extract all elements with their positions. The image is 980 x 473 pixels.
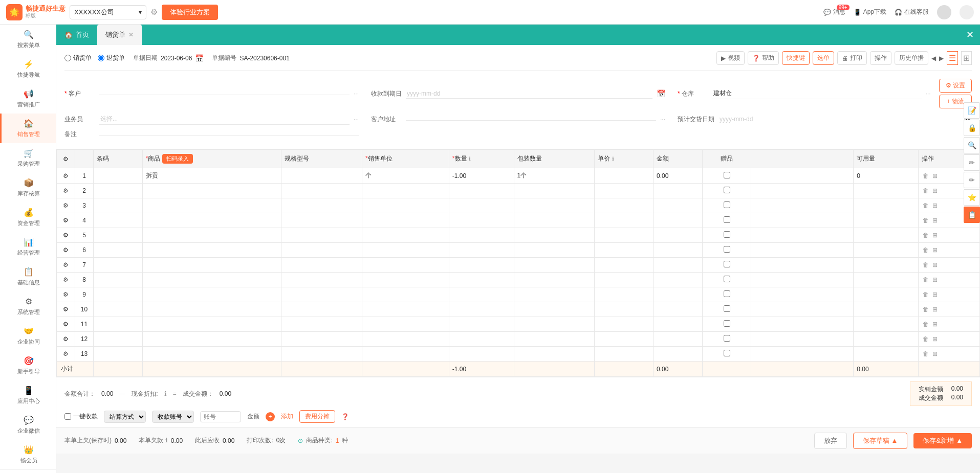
sidebar-item-member[interactable]: 👑 畅会员 — [0, 440, 56, 469]
delete-icon[interactable]: 🗑 — [923, 232, 929, 239]
row-product[interactable] — [142, 332, 281, 347]
row-amount[interactable] — [654, 317, 703, 332]
row-unit[interactable] — [362, 347, 449, 362]
delete-icon[interactable]: 🗑 — [923, 321, 929, 328]
row-barcode[interactable] — [94, 228, 143, 243]
row-gift[interactable] — [702, 228, 751, 243]
prev-icon[interactable]: ◀ — [931, 55, 936, 62]
tab-sales-order[interactable]: 销货单 ✕ — [97, 25, 142, 45]
row-settings-icon[interactable]: ⚙ — [57, 168, 75, 184]
row-settings-icon[interactable]: ⚙ — [57, 317, 75, 332]
row-gift[interactable] — [702, 287, 751, 302]
row-spec[interactable] — [281, 168, 362, 184]
account-number-input[interactable] — [200, 411, 241, 422]
delete-icon[interactable]: 🗑 — [923, 172, 929, 179]
row-settings-icon[interactable]: ⚙ — [57, 228, 75, 243]
float-btn-6[interactable]: ⭐ — [964, 189, 980, 206]
tab-home[interactable]: 🏠 首页 — [56, 25, 97, 45]
expense-split-button[interactable]: 费用分摊 — [299, 410, 335, 423]
row-pkgqty[interactable] — [514, 213, 595, 228]
row-qty[interactable] — [449, 317, 514, 332]
row-spec[interactable] — [281, 243, 362, 258]
row-barcode[interactable] — [94, 287, 143, 302]
row-pkgqty[interactable] — [514, 332, 595, 347]
row-pkgqty[interactable] — [514, 317, 595, 332]
add-button[interactable]: + — [266, 412, 275, 421]
row-product[interactable] — [142, 287, 281, 302]
copy-icon[interactable]: ⊞ — [932, 350, 938, 357]
float-btn-4[interactable]: ✏ — [964, 154, 980, 171]
row-amount[interactable] — [654, 243, 703, 258]
row-barcode[interactable] — [94, 198, 143, 213]
sidebar-item-search[interactable]: 🔍 搜索菜单 — [0, 25, 56, 54]
copy-icon[interactable]: ⊞ — [932, 246, 938, 254]
row-product[interactable] — [142, 213, 281, 228]
row-barcode[interactable] — [94, 317, 143, 332]
row-barcode[interactable] — [94, 332, 143, 347]
row-product[interactable] — [142, 184, 281, 198]
sales-order-radio[interactable]: 销货单 — [64, 54, 92, 62]
copy-icon[interactable]: ⊞ — [932, 217, 938, 224]
row-pkgqty[interactable] — [514, 198, 595, 213]
row-gift[interactable] — [702, 198, 751, 213]
row-amount[interactable] — [654, 258, 703, 273]
app-download-item[interactable]: 📱 App下载 — [854, 8, 886, 16]
save-draft-button[interactable]: 保存草稿 ▲ — [853, 433, 908, 449]
row-unit[interactable]: 个 — [362, 168, 449, 184]
row-spec[interactable] — [281, 347, 362, 362]
row-qty[interactable] — [449, 302, 514, 317]
row-qty[interactable] — [449, 213, 514, 228]
help-btn[interactable]: ❓ 帮助 — [748, 51, 779, 65]
row-product[interactable] — [142, 243, 281, 258]
sidebar-item-wechat[interactable]: 💬 企业微信 — [0, 410, 56, 440]
sidebar-item-sales[interactable]: 🏠 销售管理 — [0, 114, 56, 143]
row-spec[interactable] — [281, 287, 362, 302]
warehouse-dots[interactable]: ··· — [926, 90, 931, 97]
row-spec[interactable] — [281, 213, 362, 228]
float-btn-5[interactable]: ✏ — [964, 172, 980, 188]
row-price[interactable] — [595, 258, 654, 273]
copy-icon[interactable]: ⊞ — [932, 335, 938, 343]
row-pkgqty[interactable] — [514, 287, 595, 302]
row-amount[interactable] — [654, 228, 703, 243]
row-qty[interactable] — [449, 184, 514, 198]
row-unit[interactable] — [362, 317, 449, 332]
copy-icon[interactable]: ⊞ — [932, 172, 938, 179]
sidebar-item-system[interactable]: ⚙ 系统管理 — [0, 291, 56, 321]
float-btn-2[interactable]: 🔒 — [964, 120, 980, 136]
close-icon[interactable]: ✕ — [966, 29, 974, 40]
row-qty[interactable]: -1.00 — [449, 168, 514, 184]
sidebar-item-app-center[interactable]: 📱 应用中心 — [0, 380, 56, 410]
row-pkgqty[interactable] — [514, 258, 595, 273]
row-price[interactable] — [595, 347, 654, 362]
avatar[interactable] — [937, 5, 951, 19]
sidebar-item-base[interactable]: 📋 基础信息 — [0, 262, 56, 291]
row-qty[interactable] — [449, 243, 514, 258]
due-date-calendar-icon[interactable]: 📅 — [657, 89, 665, 98]
date-calendar-icon[interactable]: 📅 — [195, 54, 204, 62]
row-settings-icon[interactable]: ⚙ — [57, 347, 75, 362]
row-spec[interactable] — [281, 258, 362, 273]
row-price[interactable] — [595, 243, 654, 258]
company-selector[interactable]: XXXXXX公司 ▾ — [70, 5, 146, 19]
row-pkgqty[interactable] — [514, 347, 595, 362]
delete-icon[interactable]: 🗑 — [923, 187, 929, 194]
row-amount[interactable]: 0.00 — [654, 168, 703, 184]
row-gift[interactable] — [702, 317, 751, 332]
copy-icon[interactable]: ⊞ — [932, 321, 938, 328]
copy-icon[interactable]: ⊞ — [932, 261, 938, 268]
row-unit[interactable] — [362, 273, 449, 287]
row-barcode[interactable] — [94, 273, 143, 287]
row-settings-icon[interactable]: ⚙ — [57, 243, 75, 258]
row-gift[interactable] — [702, 302, 751, 317]
row-barcode[interactable] — [94, 347, 143, 362]
row-gift[interactable] — [702, 347, 751, 362]
sidebar-item-finance[interactable]: 💰 资金管理 — [0, 202, 56, 232]
row-price[interactable] — [595, 317, 654, 332]
row-unit[interactable] — [362, 243, 449, 258]
row-gift[interactable] — [702, 273, 751, 287]
setting-button[interactable]: ⚙ 设置 — [939, 79, 972, 93]
row-settings-icon[interactable]: ⚙ — [57, 332, 75, 347]
next-icon[interactable]: ▶ — [939, 55, 944, 62]
grid-view-icon[interactable]: ⊞ — [961, 51, 972, 65]
